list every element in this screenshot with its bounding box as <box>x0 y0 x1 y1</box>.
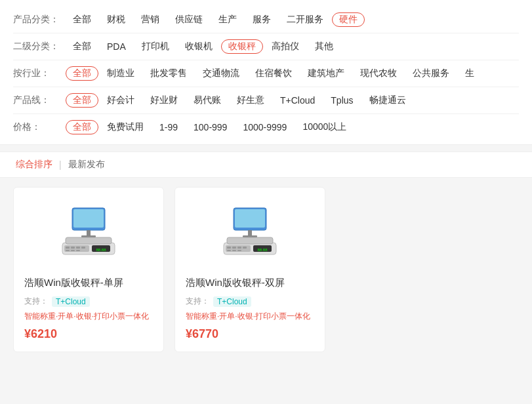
industry-label: 按行业： <box>13 68 60 79</box>
pl-tcloud[interactable]: T+Cloud <box>273 93 322 108</box>
svg-rect-1 <box>73 209 104 228</box>
product-card-2[interactable]: 88.88 浩顺Win版收银秤-双屏 支持： T+Cloud 智能称重·开单·收… <box>174 187 325 352</box>
price-items: 全部 免费试用 1-99 100-999 1000-9999 10000以上 <box>66 119 354 135</box>
sub-highcam[interactable]: 高拍仪 <box>264 39 306 54</box>
sort-divider: | <box>59 159 62 170</box>
product-desc-2: 智能称重·开单·收银·打印小票一体化 <box>186 311 314 322</box>
sort-latest[interactable]: 最新发布 <box>66 157 108 172</box>
ind-modern-ag[interactable]: 现代农牧 <box>353 66 404 81</box>
cat-marketing[interactable]: 营销 <box>134 12 167 28</box>
svg-rect-27 <box>237 247 241 249</box>
pl-all[interactable]: 全部 <box>66 93 98 108</box>
svg-rect-10 <box>71 247 75 249</box>
price-label: 价格： <box>13 121 60 133</box>
sub-all[interactable]: 全部 <box>66 39 98 54</box>
product-desc-1: 智能称重·开单·收银·打印小票一体化 <box>24 311 153 322</box>
sub-pda[interactable]: PDA <box>100 39 133 54</box>
subcategory-filter-row: 二级分类： 全部 PDA 打印机 收银机 收银秤 高拍仪 其他 <box>13 33 519 60</box>
sub-printer[interactable]: 打印机 <box>134 39 176 54</box>
product-price-2: ¥6770 <box>186 327 314 341</box>
cat-supply[interactable]: 供应链 <box>168 12 210 28</box>
svg-rect-17 <box>235 209 265 228</box>
product-image-2: 88.88 <box>186 198 314 270</box>
svg-rect-13 <box>66 250 70 251</box>
svg-rect-15 <box>76 250 80 251</box>
product-price-1: ¥6210 <box>24 327 153 341</box>
svg-rect-12 <box>81 247 85 249</box>
support-tag-2: T+Cloud <box>213 296 251 307</box>
product-support-2: 支持： T+Cloud <box>186 296 314 307</box>
support-label-1: 支持： <box>24 296 48 307</box>
pl-hss[interactable]: 好生意 <box>230 92 272 108</box>
product-image-1: 88.88 <box>24 198 153 270</box>
pl-hyc[interactable]: 好业财 <box>143 92 185 108</box>
svg-rect-21 <box>227 237 273 244</box>
product-name-1: 浩顺Win版收银秤-单屏 <box>24 277 153 289</box>
svg-rect-2 <box>87 230 91 235</box>
ind-wholesale[interactable]: 批发零售 <box>143 66 194 81</box>
sub-scale[interactable]: 收银秤 <box>221 39 263 54</box>
cat-service[interactable]: 服务 <box>245 12 278 28</box>
svg-text:88.88: 88.88 <box>257 248 268 252</box>
products-grid: 88.88 浩顺Win版收银秤-单屏 支持： T+Cloud 智能称重·开单·收… <box>0 178 532 361</box>
price-all[interactable]: 全部 <box>66 120 98 134</box>
ind-realestate[interactable]: 建筑地产 <box>300 66 352 81</box>
product-card-1[interactable]: 88.88 浩顺Win版收银秤-单屏 支持： T+Cloud 智能称重·开单·收… <box>13 187 164 352</box>
ind-logistics[interactable]: 交通物流 <box>195 66 247 81</box>
filter-panel: 产品分类： 全部 财税 营销 供应链 生产 服务 二开服务 硬件 二级分类： 全… <box>0 0 532 145</box>
svg-rect-30 <box>232 250 236 251</box>
cat-tax[interactable]: 财税 <box>100 12 133 28</box>
product-svg-1: 88.88 <box>52 205 125 264</box>
pl-hkj[interactable]: 好会计 <box>100 92 142 108</box>
price-100-999[interactable]: 100-999 <box>186 120 234 134</box>
pl-changjietong[interactable]: 畅捷通云 <box>362 92 413 108</box>
pl-ydz[interactable]: 易代账 <box>186 92 228 108</box>
price-1000-9999[interactable]: 1000-9999 <box>235 120 294 134</box>
category-items: 全部 财税 营销 供应链 生产 服务 二开服务 硬件 <box>66 12 365 28</box>
sort-comprehensive[interactable]: 综合排序 <box>13 157 55 172</box>
cat-hardware[interactable]: 硬件 <box>332 12 365 27</box>
ind-bio[interactable]: 生 <box>458 66 481 81</box>
price-1-99[interactable]: 1-99 <box>152 120 185 134</box>
svg-rect-25 <box>227 247 231 249</box>
pl-tplus[interactable]: Tplus <box>323 93 360 108</box>
category-filter-row: 产品分类： 全部 财税 营销 供应链 生产 服务 二开服务 硬件 <box>13 7 519 33</box>
ind-hospitality[interactable]: 住宿餐饮 <box>248 66 299 81</box>
productline-filter-row: 产品线： 全部 好会计 好业财 易代账 好生意 T+Cloud Tplus 畅捷… <box>13 87 519 114</box>
category-label: 产品分类： <box>13 14 60 26</box>
industry-items: 全部 制造业 批发零售 交通物流 住宿餐饮 建筑地产 现代农牧 公共服务 生 <box>66 66 481 81</box>
svg-rect-29 <box>227 250 231 251</box>
svg-rect-9 <box>66 247 70 249</box>
subcategory-items: 全部 PDA 打印机 收银机 收银秤 高拍仪 其他 <box>66 39 340 54</box>
price-free[interactable]: 免费试用 <box>100 119 151 135</box>
svg-text:88.88: 88.88 <box>96 248 106 252</box>
svg-rect-5 <box>66 237 112 244</box>
cat-all[interactable]: 全部 <box>66 12 98 28</box>
svg-rect-14 <box>71 250 75 251</box>
price-filter-row: 价格： 全部 免费试用 1-99 100-999 1000-9999 10000… <box>13 114 519 140</box>
svg-rect-11 <box>76 247 80 249</box>
productline-label: 产品线： <box>13 94 60 106</box>
sub-other[interactable]: 其他 <box>308 39 340 54</box>
product-name-2: 浩顺Win版收银秤-双屏 <box>186 277 314 289</box>
svg-rect-31 <box>237 250 241 251</box>
cat-production[interactable]: 生产 <box>211 12 244 28</box>
subcategory-label: 二级分类： <box>13 41 60 52</box>
sort-bar: 综合排序 | 最新发布 <box>0 152 532 178</box>
sub-cashier[interactable]: 收银机 <box>178 39 220 54</box>
ind-manufacturing[interactable]: 制造业 <box>100 66 142 81</box>
industry-filter-row: 按行业： 全部 制造业 批发零售 交通物流 住宿餐饮 建筑地产 现代农牧 公共服… <box>13 60 519 87</box>
support-label-2: 支持： <box>186 296 209 307</box>
svg-rect-26 <box>232 247 236 249</box>
ind-all[interactable]: 全部 <box>66 66 98 81</box>
svg-rect-18 <box>248 230 252 235</box>
cat-open[interactable]: 二开服务 <box>279 12 331 28</box>
price-10000plus[interactable]: 10000以上 <box>295 119 354 135</box>
svg-rect-28 <box>243 247 247 249</box>
productline-items: 全部 好会计 好业财 易代账 好生意 T+Cloud Tplus 畅捷通云 <box>66 92 413 108</box>
product-svg-2: 88.88 <box>214 205 286 264</box>
support-tag-1: T+Cloud <box>52 296 90 307</box>
product-support-1: 支持： T+Cloud <box>24 296 153 307</box>
ind-public[interactable]: 公共服务 <box>405 66 457 81</box>
